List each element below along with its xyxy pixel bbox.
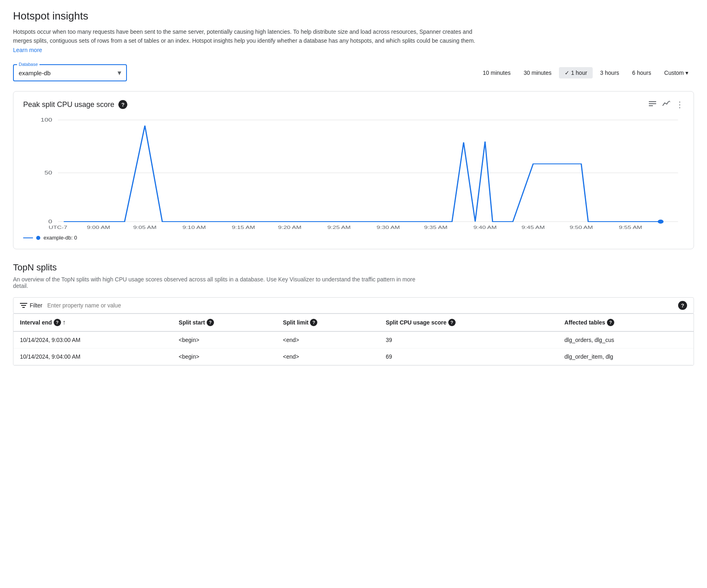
chart-area: 100 50 0 UTC-7 9:00 AM 9:05 AM 9:10 AM 9… <box>23 116 684 230</box>
cell-split-start-0: <begin> <box>172 331 276 348</box>
page-title: Hotspot insights <box>13 10 694 22</box>
svg-text:9:30 AM: 9:30 AM <box>377 225 400 230</box>
cell-interval-end-0: 10/14/2024, 9:03:00 AM <box>13 331 172 348</box>
cell-split-limit-1: <end> <box>276 348 379 365</box>
svg-text:9:40 AM: 9:40 AM <box>474 225 497 230</box>
database-select-trigger[interactable]: example-db ▾ <box>19 67 121 79</box>
time-btn-custom[interactable]: Custom ▾ <box>659 67 694 78</box>
chevron-down-icon: ▾ <box>118 68 121 77</box>
col-split-limit: Split limit ? <box>276 314 379 332</box>
col-split-start: Split start ? <box>172 314 276 332</box>
svg-text:9:55 AM: 9:55 AM <box>619 225 642 230</box>
col-help-0[interactable]: ? <box>54 319 61 326</box>
svg-text:UTC-7: UTC-7 <box>48 225 67 230</box>
chart-legend: example-db: 0 <box>23 235 684 241</box>
legend-icon[interactable] <box>648 100 657 109</box>
svg-text:9:00 AM: 9:00 AM <box>87 225 110 230</box>
col-affected-tables: Affected tables ? <box>558 314 694 332</box>
table-wrapper: Interval end ? ↑ Split start ? Split lim… <box>13 314 694 366</box>
chart-svg: 100 50 0 UTC-7 9:00 AM 9:05 AM 9:10 AM 9… <box>23 116 684 230</box>
svg-text:50: 50 <box>44 170 52 176</box>
svg-line-3 <box>669 101 670 102</box>
svg-text:9:20 AM: 9:20 AM <box>278 225 301 230</box>
filter-help-icon[interactable]: ? <box>678 301 687 310</box>
check-icon: ✓ <box>565 70 571 76</box>
col-help-2[interactable]: ? <box>310 319 317 326</box>
topn-title: TopN splits <box>13 262 694 273</box>
cell-interval-end-1: 10/14/2024, 9:04:00 AM <box>13 348 172 365</box>
col-interval-end: Interval end ? ↑ <box>13 314 172 332</box>
learn-more-link[interactable]: Learn more <box>13 47 42 53</box>
filter-bar: Filter ? <box>13 297 694 314</box>
chevron-down-icon: ▾ <box>685 70 688 76</box>
svg-text:9:35 AM: 9:35 AM <box>424 225 447 230</box>
controls-row: Database example-db ▾ 10 minutes 30 minu… <box>13 64 694 81</box>
svg-text:9:10 AM: 9:10 AM <box>183 225 206 230</box>
time-btn-1hour[interactable]: ✓ 1 hour <box>559 67 593 78</box>
legend-label: example-db: 0 <box>44 235 77 241</box>
topn-table: Interval end ? ↑ Split start ? Split lim… <box>13 314 694 365</box>
chart-help-icon[interactable]: ? <box>118 100 127 109</box>
chart-title-row: Peak split CPU usage score ? <box>23 100 127 109</box>
table-row: 10/14/2024, 9:03:00 AM <begin> <end> 39 … <box>13 331 694 348</box>
chart-title: Peak split CPU usage score <box>23 100 114 109</box>
filter-label: Filter <box>30 302 42 309</box>
database-value: example-db <box>19 70 50 76</box>
cell-affected-tables-0: dlg_orders, dlg_cus <box>558 331 694 348</box>
cell-affected-tables-1: dlg_order_item, dlg <box>558 348 694 365</box>
svg-text:9:45 AM: 9:45 AM <box>522 225 545 230</box>
svg-text:9:15 AM: 9:15 AM <box>232 225 255 230</box>
chart-type-icon[interactable] <box>662 100 671 109</box>
table-header-row: Interval end ? ↑ Split start ? Split lim… <box>13 314 694 332</box>
col-help-1[interactable]: ? <box>207 319 214 326</box>
col-cpu-score: Split CPU usage score ? <box>379 314 558 332</box>
chart-header: Peak split CPU usage score ? ⋮ <box>23 100 684 109</box>
page-description: Hotspots occur when too many requests ha… <box>13 27 485 54</box>
legend-line <box>23 237 33 238</box>
svg-text:9:05 AM: 9:05 AM <box>133 225 156 230</box>
legend-dot <box>36 236 40 240</box>
more-options-icon[interactable]: ⋮ <box>676 100 684 109</box>
chart-endpoint-dot <box>658 220 663 224</box>
svg-text:9:50 AM: 9:50 AM <box>570 225 593 230</box>
col-help-4[interactable]: ? <box>607 319 614 326</box>
cell-cpu-score-1: 69 <box>379 348 558 365</box>
cell-cpu-score-0: 39 <box>379 331 558 348</box>
cell-split-start-1: <begin> <box>172 348 276 365</box>
svg-text:0: 0 <box>48 219 52 224</box>
time-btn-6hours[interactable]: 6 hours <box>626 67 657 78</box>
filter-button[interactable]: Filter <box>20 302 42 309</box>
time-btn-10min[interactable]: 10 minutes <box>477 67 516 78</box>
chart-actions: ⋮ <box>648 100 684 109</box>
filter-input[interactable] <box>47 302 678 309</box>
svg-text:100: 100 <box>41 118 52 123</box>
chart-line <box>64 126 661 222</box>
time-range-selector: 10 minutes 30 minutes ✓ 1 hour 3 hours 6… <box>477 67 694 78</box>
svg-text:9:25 AM: 9:25 AM <box>327 225 351 230</box>
cell-split-limit-0: <end> <box>276 331 379 348</box>
table-row: 10/14/2024, 9:04:00 AM <begin> <end> 69 … <box>13 348 694 365</box>
database-selector-label: Database <box>17 62 39 67</box>
time-btn-30min[interactable]: 30 minutes <box>518 67 557 78</box>
col-help-3[interactable]: ? <box>448 319 456 326</box>
time-btn-3hours[interactable]: 3 hours <box>594 67 625 78</box>
topn-description: An overview of the TopN splits with high… <box>13 276 420 289</box>
chart-card: Peak split CPU usage score ? ⋮ <box>13 91 694 249</box>
database-selector[interactable]: Database example-db ▾ <box>13 64 127 81</box>
sort-icon-interval[interactable]: ↑ <box>63 319 66 326</box>
